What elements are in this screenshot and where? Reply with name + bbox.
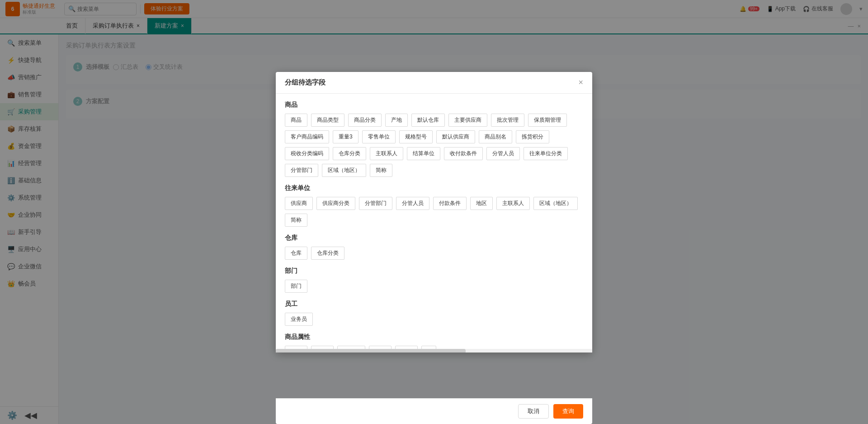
- field-tag-size[interactable]: 尺码: [369, 346, 392, 349]
- modal-title: 分组待选字段: [285, 78, 326, 87]
- partner-tags: 供应商 供应商分类 分管部门 分管人员 付款条件 地区 主联系人 区域（地区） …: [285, 197, 583, 227]
- employee-tags: 业务员: [285, 313, 583, 326]
- field-tag-quality-mgmt[interactable]: 保质期管理: [528, 114, 567, 127]
- field-tag-salesperson[interactable]: 业务员: [285, 313, 313, 326]
- field-tag-retail-unit[interactable]: 零售单位: [362, 130, 396, 143]
- modal-body: 商品 商品 商品类型 商品分类 产地 默认仓库 主要供应商 批次管理 保质期管理…: [276, 94, 592, 349]
- modal-header: 分组待选字段 ×: [276, 72, 592, 94]
- field-tag-department[interactable]: 部门: [285, 280, 307, 293]
- section-product-attr: 商品属性 属性 颜色 多规格 尺码 鞋码 1: [285, 333, 583, 349]
- cancel-button[interactable]: 取消: [518, 404, 549, 419]
- field-tag-partner-dept[interactable]: 分管部门: [359, 197, 392, 210]
- field-tag-settlement-unit[interactable]: 结算单位: [407, 147, 440, 160]
- field-tag-attr[interactable]: 属性: [285, 346, 307, 349]
- field-tag-payment-terms[interactable]: 收付款条件: [444, 147, 483, 160]
- field-tag-default-warehouse[interactable]: 默认仓库: [411, 114, 445, 127]
- field-tag-product-category[interactable]: 商品分类: [348, 114, 382, 127]
- section-product: 商品 商品 商品类型 商品分类 产地 默认仓库 主要供应商 批次管理 保质期管理…: [285, 101, 583, 177]
- field-tag-partner-region[interactable]: 区域（地区）: [533, 197, 578, 210]
- section-employee-title: 员工: [285, 300, 583, 308]
- field-tag-product[interactable]: 商品: [285, 114, 307, 127]
- modal-footer: 取消 查询: [276, 398, 592, 424]
- field-tag-main-contact[interactable]: 主联系人: [370, 147, 403, 160]
- field-tag-default-supplier[interactable]: 默认供应商: [436, 130, 475, 143]
- field-tag-partner-abbr[interactable]: 简称: [285, 214, 307, 227]
- field-tag-warehouse-category[interactable]: 仓库分类: [333, 147, 366, 160]
- field-tag-area[interactable]: 地区: [470, 197, 493, 210]
- modal-hscroll-thumb: [276, 349, 466, 353]
- section-warehouse-title: 仓库: [285, 234, 583, 242]
- field-tag-supplier[interactable]: 供应商: [285, 197, 313, 210]
- warehouse-tags: 仓库 仓库分类: [285, 247, 583, 260]
- section-warehouse: 仓库 仓库 仓库分类: [285, 234, 583, 260]
- section-employee: 员工 业务员: [285, 300, 583, 326]
- field-tag-warehouse[interactable]: 仓库: [285, 247, 307, 260]
- field-tag-partner-category[interactable]: 往来单位分类: [524, 147, 568, 160]
- section-product-title: 商品: [285, 101, 583, 109]
- field-tag-partner-contact[interactable]: 主联系人: [496, 197, 530, 210]
- field-tag-manager[interactable]: 分管人员: [486, 147, 520, 160]
- field-tag-multi-spec[interactable]: 多规格: [337, 346, 365, 349]
- field-tag-region[interactable]: 区域（地区）: [322, 164, 366, 177]
- field-tag-weight[interactable]: 重量3: [333, 130, 359, 143]
- field-tag-shoe-size[interactable]: 鞋码: [395, 346, 418, 349]
- field-tag-abbr[interactable]: 简称: [370, 164, 392, 177]
- modal-close-icon[interactable]: ×: [578, 78, 583, 86]
- section-partner: 往来单位 供应商 供应商分类 分管部门 分管人员 付款条件 地区 主联系人 区域…: [285, 184, 583, 227]
- field-tag-wh-category[interactable]: 仓库分类: [311, 247, 344, 260]
- field-tag-color[interactable]: 颜色: [311, 346, 334, 349]
- field-tag-payment-cond[interactable]: 付款条件: [433, 197, 467, 210]
- field-tag-batch-mgmt[interactable]: 批次管理: [491, 114, 524, 127]
- product-tags: 商品 商品类型 商品分类 产地 默认仓库 主要供应商 批次管理 保质期管理 客户…: [285, 114, 583, 177]
- field-tag-product-alias[interactable]: 商品别名: [479, 130, 512, 143]
- section-dept-title: 部门: [285, 267, 583, 275]
- field-tag-dept[interactable]: 分管部门: [285, 164, 318, 177]
- field-tag-tax-code[interactable]: 税收分类编码: [285, 147, 329, 160]
- section-partner-title: 往来单位: [285, 184, 583, 192]
- modal-overlay: 分组待选字段 × 商品 商品 商品类型 商品分类 产地 默认仓库 主要供应商 批…: [0, 0, 868, 424]
- section-dept: 部门 部门: [285, 267, 583, 293]
- field-tag-pick-points[interactable]: 拣货积分: [516, 130, 549, 143]
- section-product-attr-title: 商品属性: [285, 333, 583, 341]
- field-tag-product-type[interactable]: 商品类型: [311, 114, 344, 127]
- field-select-modal: 分组待选字段 × 商品 商品 商品类型 商品分类 产地 默认仓库 主要供应商 批…: [276, 72, 592, 353]
- field-tag-main-supplier[interactable]: 主要供应商: [448, 114, 487, 127]
- confirm-button[interactable]: 查询: [553, 404, 583, 419]
- field-tag-spec[interactable]: 规格型号: [399, 130, 433, 143]
- field-tag-customer-code[interactable]: 客户商品编码: [285, 130, 329, 143]
- modal-hscroll-track[interactable]: [276, 349, 592, 353]
- field-tag-supplier-category[interactable]: 供应商分类: [316, 197, 355, 210]
- field-tag-partner-manager[interactable]: 分管人员: [396, 197, 429, 210]
- product-attr-tags: 属性 颜色 多规格 尺码 鞋码 1: [285, 346, 583, 349]
- field-tag-num1[interactable]: 1: [421, 346, 436, 349]
- field-tag-origin[interactable]: 产地: [385, 114, 408, 127]
- dept-tags: 部门: [285, 280, 583, 293]
